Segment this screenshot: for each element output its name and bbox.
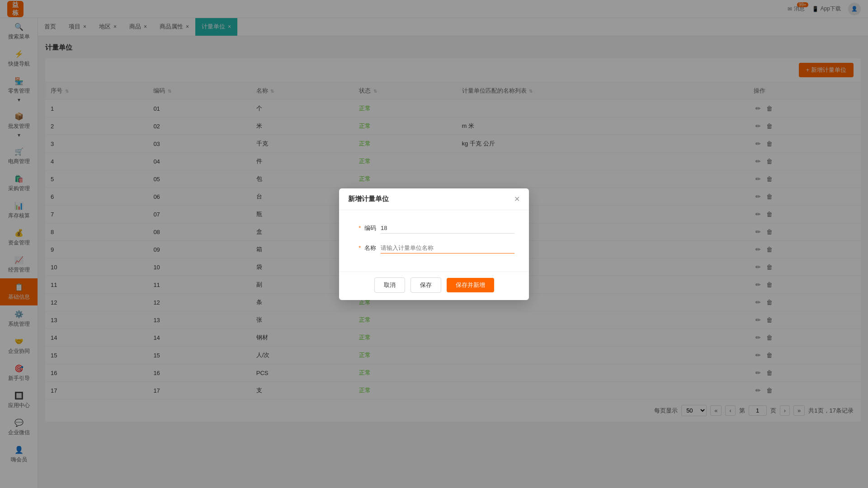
name-field-label: * 名称 (354, 244, 376, 252)
form-row-name: * 名称 (354, 243, 514, 253)
unit-name-input[interactable] (381, 243, 514, 253)
modal-header: 新增计量单位 ✕ (339, 188, 529, 210)
save-and-new-button[interactable]: 保存并新增 (447, 278, 494, 292)
modal-close-button[interactable]: ✕ (514, 195, 520, 203)
modal-body: * 编码 * 名称 (339, 210, 529, 272)
form-row-code: * 编码 (354, 223, 514, 234)
name-required-star: * (359, 244, 361, 251)
add-unit-modal: 新增计量单位 ✕ * 编码 * 名称 取消 保存 保存并新增 (339, 188, 529, 300)
code-field-label: * 编码 (354, 224, 376, 232)
modal-title: 新增计量单位 (348, 195, 389, 203)
modal-overlay[interactable]: 新增计量单位 ✕ * 编码 * 名称 取消 保存 保存并新增 (0, 0, 868, 488)
save-button[interactable]: 保存 (410, 277, 441, 293)
code-required-star: * (359, 225, 361, 231)
cancel-button[interactable]: 取消 (374, 277, 405, 293)
modal-footer: 取消 保存 保存并新增 (339, 272, 529, 300)
code-input[interactable] (381, 223, 514, 234)
